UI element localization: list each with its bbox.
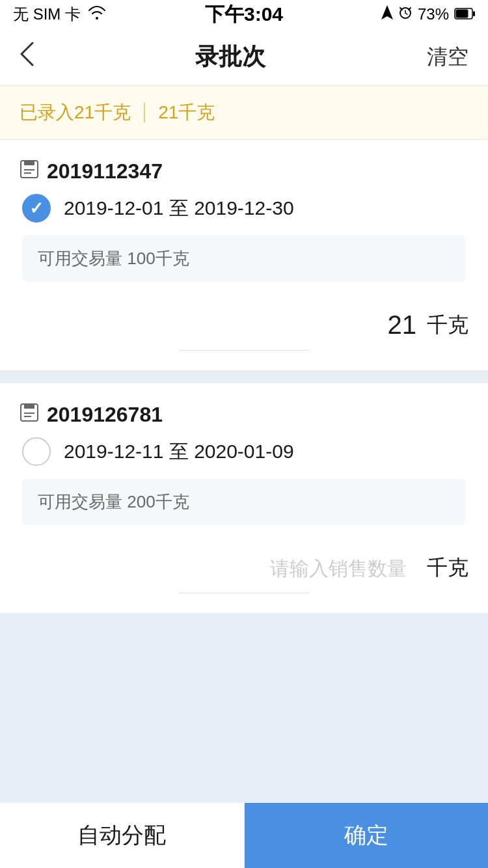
confirm-button[interactable]: 确定 [245, 803, 489, 868]
batch1-dates: 2019-12-01 至 2019-12-30 [64, 195, 294, 222]
svg-rect-9 [24, 404, 34, 409]
battery-icon [454, 5, 475, 23]
batch2-header: 2019126781 [20, 403, 468, 427]
batch2-id: 2019126781 [47, 403, 163, 427]
batch-item-2: 2019126781 2019-12-11 至 2020-01-09 可用交易量… [0, 383, 488, 613]
batch-item-1: 2019112347 2019-12-01 至 2019-12-30 可用交易量… [0, 140, 488, 370]
batch1-header: 2019112347 [20, 159, 468, 183]
svg-rect-5 [24, 161, 34, 165]
alarm-icon [398, 5, 413, 23]
quantity-input[interactable] [221, 556, 416, 580]
batch1-radio[interactable] [22, 194, 51, 223]
batch2-icon [20, 403, 39, 427]
batch1-unit: 千克 [427, 311, 468, 340]
location-icon [381, 5, 393, 23]
summary-divider [144, 103, 145, 122]
wifi-icon [87, 5, 107, 23]
svg-rect-3 [455, 10, 468, 18]
summary-label: 已录入21千克 [20, 100, 131, 125]
clear-button[interactable]: 清空 [427, 43, 468, 72]
batch1-id: 2019112347 [47, 159, 163, 183]
batch2-radio[interactable] [22, 437, 51, 466]
status-bar: 无 SIM 卡 下午3:04 [0, 0, 488, 29]
batch1-amount-row: 21 千克 [0, 297, 488, 340]
summary-bar: 已录入21千克 21千克 [0, 86, 488, 140]
summary-value: 21千克 [158, 100, 215, 125]
footer: 自动分配 确定 [0, 803, 488, 868]
main-content: 2019112347 2019-12-01 至 2019-12-30 可用交易量… [0, 140, 488, 868]
svg-rect-2 [473, 11, 475, 16]
batch2-unit: 千克 [427, 554, 468, 582]
battery-label: 73% [418, 5, 449, 23]
page-title: 录批次 [195, 41, 265, 73]
back-button[interactable] [20, 42, 34, 72]
batch1-row[interactable]: 2019-12-01 至 2019-12-30 [20, 194, 468, 223]
nav-bar: 录批次 清空 [0, 29, 488, 86]
batch2-available: 可用交易量 200千克 [22, 479, 466, 525]
time-display: 下午3:04 [205, 1, 283, 28]
sim-label: 无 SIM 卡 [13, 4, 81, 25]
batch1-available: 可用交易量 100千克 [22, 236, 466, 282]
batch2-dates: 2019-12-11 至 2020-01-09 [64, 439, 294, 465]
batch1-icon [20, 159, 39, 183]
status-left: 无 SIM 卡 [13, 4, 107, 25]
status-right: 73% [381, 5, 475, 23]
batch2-row[interactable]: 2019-12-11 至 2020-01-09 [20, 437, 468, 466]
batch2-input-row[interactable]: 千克 [0, 541, 488, 582]
batch1-amount: 21 [388, 310, 417, 340]
section-separator [0, 370, 488, 383]
auto-distribute-button[interactable]: 自动分配 [0, 803, 245, 868]
